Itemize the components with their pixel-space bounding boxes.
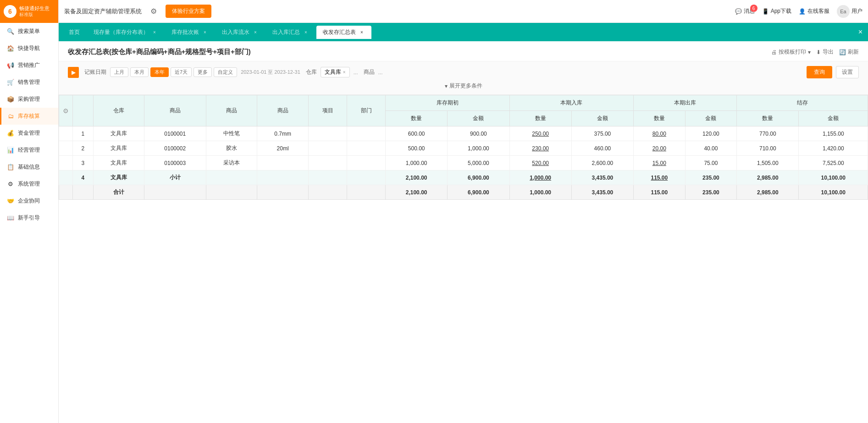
sidebar: 6 畅捷通好生意 标准版 🔍 搜索菜单 🏠 快捷导航 📢 营销推广 🛒 销售管理… xyxy=(0,0,59,423)
trial-btn[interactable]: 体验行业方案 xyxy=(166,5,211,18)
tabs-bar: 首页 现存量（库存分布表） × 库存批次账 × 出入库流水 × 出入库汇总 × … xyxy=(59,23,868,41)
in-qty-link[interactable]: 230.00 xyxy=(532,145,549,152)
date-btn-this-year[interactable]: 本年 xyxy=(150,67,169,77)
row-out-qty[interactable]: 20.00 xyxy=(634,141,686,156)
row-product-name: 中性笔 xyxy=(206,126,257,141)
sidebar-item-label: 资金管理 xyxy=(18,129,40,137)
warehouse-more[interactable]: ... xyxy=(354,69,358,76)
refresh-btn[interactable]: 🔄 刷新 xyxy=(839,48,859,56)
total-start-amt: 6,900.00 xyxy=(448,185,509,200)
sales-icon: 🛒 xyxy=(7,79,14,86)
settings-icon[interactable]: ⚙ xyxy=(147,5,160,18)
sidebar-item-label: 采购管理 xyxy=(18,95,40,103)
total-in-qty: 1,000.00 xyxy=(509,185,571,200)
warehouse-label: 仓库 xyxy=(306,68,317,76)
subtotal-out-amt: 235.00 xyxy=(685,170,737,185)
filter-toggle-btn[interactable]: ▶ xyxy=(68,67,79,78)
subtotal-row: 4 文具库 小计 2,100.00 6,900.00 1,000.00 3,43… xyxy=(59,170,868,185)
sidebar-item-operation[interactable]: 📊 经营管理 xyxy=(0,142,58,159)
query-btn[interactable]: 查询 xyxy=(807,66,832,78)
user-avatar: Ea xyxy=(837,5,850,18)
sidebar-item-enterprise[interactable]: 🤝 企业协同 xyxy=(0,192,58,209)
app-download-btn[interactable]: 📱 App下载 xyxy=(762,7,791,15)
row-bal-qty: 1,505.00 xyxy=(737,156,799,170)
subtotal-in-qty-link[interactable]: 1,000.00 xyxy=(530,175,551,181)
row-product-name: 采访本 xyxy=(206,156,257,170)
in-qty-link[interactable]: 520.00 xyxy=(532,160,549,166)
row-out-qty[interactable]: 15.00 xyxy=(634,156,686,170)
tab-home[interactable]: 首页 xyxy=(62,26,86,39)
sidebar-item-purchase[interactable]: 📦 采购管理 xyxy=(0,91,58,108)
subtotal-label: 小计 xyxy=(144,170,206,185)
out-qty-link[interactable]: 80.00 xyxy=(652,131,666,137)
row-out-amt: 75.00 xyxy=(685,156,737,170)
online-service-btn[interactable]: 👤 在线客服 xyxy=(799,7,829,15)
warehouse-tag-value: 文具库 xyxy=(325,68,341,76)
sidebar-item-label: 营销推广 xyxy=(18,61,40,69)
column-settings-icon[interactable]: ⚙ xyxy=(63,107,69,115)
sidebar-item-system[interactable]: ⚙ 系统管理 xyxy=(0,176,58,192)
tab-close-icon[interactable]: × xyxy=(303,29,309,35)
sidebar-item-marketing[interactable]: 📢 营销推广 xyxy=(0,57,58,74)
out-qty-link[interactable]: 20.00 xyxy=(652,145,666,152)
service-icon: 👤 xyxy=(799,8,806,15)
sidebar-item-inventory[interactable]: 🗂 库存核算 xyxy=(0,108,58,125)
col-header-period-start: 库存期初 xyxy=(386,95,510,111)
sidebar-item-label: 经营管理 xyxy=(18,146,40,154)
row-bal-amt: 7,525.00 xyxy=(799,156,868,170)
sidebar-item-finance[interactable]: 💰 资金管理 xyxy=(0,125,58,142)
subtotal-out-qty-link[interactable]: 115.00 xyxy=(651,175,668,181)
total-bal-amt: 10,100.00 xyxy=(799,185,868,200)
row-start-qty: 600.00 xyxy=(386,126,448,141)
row-out-qty[interactable]: 80.00 xyxy=(634,126,686,141)
tabs-close-all-btn[interactable]: × xyxy=(857,26,864,38)
row-in-qty[interactable]: 230.00 xyxy=(509,141,571,156)
product-more[interactable]: ... xyxy=(378,69,383,76)
subtotal-bal-qty: 2,985.00 xyxy=(737,170,799,185)
tab-summary[interactable]: 出入库汇总 × xyxy=(266,26,315,39)
tab-batch[interactable]: 库存批次账 × xyxy=(165,26,215,39)
date-btn-7days[interactable]: 近7天 xyxy=(171,67,192,77)
out-qty-link[interactable]: 15.00 xyxy=(652,160,666,166)
row-start-amt: 1,000.00 xyxy=(448,141,509,156)
sidebar-item-basic[interactable]: 📋 基础信息 xyxy=(0,159,58,176)
sidebar-item-quick-nav[interactable]: 🏠 快捷导航 xyxy=(0,40,58,57)
tab-close-icon[interactable]: × xyxy=(202,29,208,35)
tab-close-icon[interactable]: × xyxy=(359,29,365,35)
sidebar-item-guide[interactable]: 📖 新手引导 xyxy=(0,209,58,226)
row-in-qty[interactable]: 250.00 xyxy=(509,126,571,141)
subtotal-empty3 xyxy=(309,170,347,185)
tab-stock-dist[interactable]: 现存量（库存分布表） × xyxy=(87,26,164,39)
row-out-amt: 120.00 xyxy=(685,126,737,141)
date-btn-more[interactable]: 更多 xyxy=(194,67,212,77)
subtotal-num: 4 xyxy=(73,170,94,185)
date-btn-custom[interactable]: 自定义 xyxy=(214,67,237,77)
sidebar-item-label: 销售管理 xyxy=(18,78,40,86)
date-btn-last-month[interactable]: 上月 xyxy=(110,67,128,77)
export-btn[interactable]: ⬇ 导出 xyxy=(816,48,834,56)
tab-stock-summary[interactable]: 收发存汇总表 × xyxy=(316,26,371,39)
total-empty xyxy=(73,185,94,200)
print-btn[interactable]: 🖨 按模板打印 ▾ xyxy=(771,48,811,56)
tab-label: 出入库流水 xyxy=(222,28,249,36)
warehouse-tag-close[interactable]: × xyxy=(343,70,346,75)
tab-close-icon[interactable]: × xyxy=(252,29,259,35)
in-qty-link[interactable]: 250.00 xyxy=(532,131,549,137)
message-btn[interactable]: 💬 消息 6 xyxy=(735,7,755,15)
expand-conditions-btn[interactable]: ▾ 展开更多条件 xyxy=(445,82,482,90)
sidebar-item-sales[interactable]: 🛒 销售管理 xyxy=(0,74,58,91)
row-num: 2 xyxy=(73,141,94,156)
date-btn-this-month[interactable]: 本月 xyxy=(130,67,149,77)
total-out-amt: 235.00 xyxy=(685,185,737,200)
tab-close-icon[interactable]: × xyxy=(151,29,158,35)
expand-label: 展开更多条件 xyxy=(449,82,482,90)
user-btn[interactable]: Ea 用户 xyxy=(837,5,862,18)
sidebar-item-search[interactable]: 🔍 搜索菜单 xyxy=(0,23,58,40)
filter-settings-btn[interactable]: 设置 xyxy=(836,66,859,78)
col-header-period-in: 本期入库 xyxy=(509,95,634,111)
search-icon: 🔍 xyxy=(7,28,14,35)
row-in-qty[interactable]: 520.00 xyxy=(509,156,571,170)
total-empty3 xyxy=(206,185,257,200)
col-header-product-name: 商品 xyxy=(206,95,257,126)
tab-flow[interactable]: 出入库流水 × xyxy=(216,26,265,39)
